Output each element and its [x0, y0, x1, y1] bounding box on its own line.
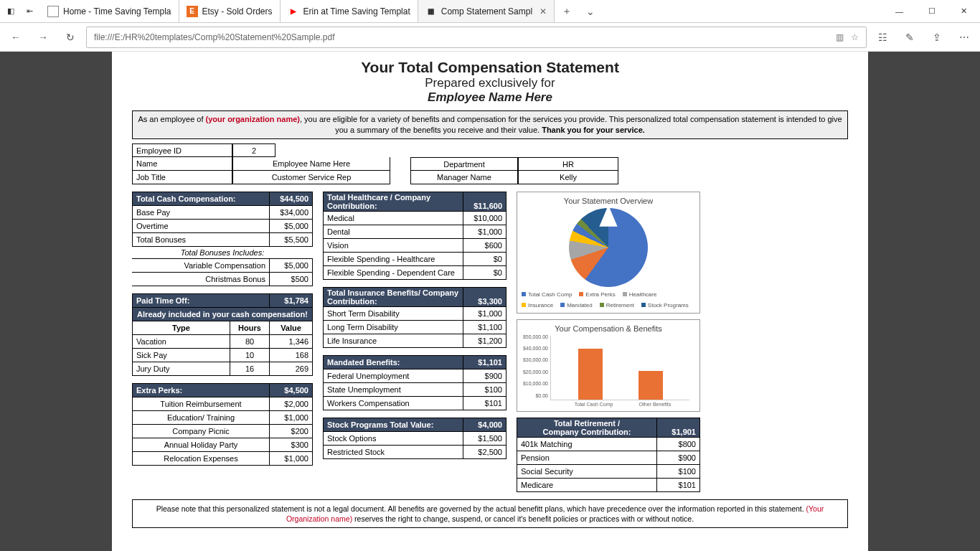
pie-legend: Total Cash Comp Extra Perks Healthcare I… [522, 291, 695, 309]
employee-info-row: Employee ID 2 Name Employee Name Here Jo… [132, 143, 848, 184]
minimize-button[interactable]: — [883, 0, 915, 22]
stock-table: Stock Programs Total Value:$4,000 Stock … [323, 418, 507, 459]
etsy-icon: E [187, 6, 198, 17]
page-gutter-right [868, 52, 980, 551]
refresh-button[interactable]: ↻ [59, 26, 82, 49]
bonus-note: Total Bonuses Includes: [132, 247, 313, 258]
share-icon[interactable]: ⇪ [925, 26, 948, 49]
forward-button[interactable]: → [32, 26, 55, 49]
new-tab-button[interactable]: ＋ [555, 0, 579, 22]
bar-other-benefits [639, 371, 663, 400]
tab-youtube[interactable]: ▶Erin at Time Saving Templat [281, 0, 418, 22]
close-icon[interactable]: ✕ [540, 6, 547, 17]
healthcare-table: Total Healthcare / Company Contribution:… [323, 192, 507, 280]
more-icon[interactable]: ⋯ [953, 26, 976, 49]
name-label: Name [132, 157, 232, 171]
perks-table: Extra Perks:$4,500 Tuition Reimbursement… [132, 383, 313, 466]
footer-disclaimer: Please note that this personalized state… [132, 499, 848, 528]
intro-banner: As an employee of (your organization nam… [132, 110, 848, 139]
window-cascade-icon[interactable]: ◧ [4, 5, 17, 18]
url-field[interactable]: file:///E:/HR%20templates/Comp%20Stateme… [86, 27, 867, 48]
doc-employee-name: Employee Name Here [132, 90, 848, 105]
doc-subtitle: Prepared exclusively for [132, 76, 848, 90]
browser-titlebar: ◧ ⇤ Home - Time Saving Templa EEtsy - So… [0, 0, 980, 23]
emp-id-label: Employee ID [132, 143, 232, 157]
mgr-label: Manager Name [410, 171, 518, 184]
pie-icon [569, 208, 648, 287]
cash-table: Total Cash Compensation:$44,500 Base Pay… [132, 192, 313, 286]
tab-comp-statement[interactable]: ▦Comp Statement Sampl✕ [418, 0, 555, 22]
tab-label: Etsy - Sold Orders [202, 6, 273, 17]
favorite-icon[interactable]: ☆ [851, 32, 859, 42]
window-snap-icon[interactable]: ⇤ [23, 5, 36, 18]
dept-value: HR [518, 157, 618, 171]
tab-etsy[interactable]: EEtsy - Sold Orders [179, 0, 281, 22]
address-bar: ← → ↻ file:///E:/HR%20templates/Comp%20S… [0, 23, 980, 52]
tabs-chevron-icon[interactable]: ⌄ [579, 0, 602, 22]
pdf-viewport: Your Total Compensation Statement Prepar… [0, 52, 980, 551]
reading-view-icon[interactable]: ▥ [836, 32, 844, 42]
notes-icon[interactable]: ✎ [898, 26, 921, 49]
bar-total-cash [578, 349, 603, 400]
maximize-button[interactable]: ☐ [915, 0, 948, 22]
tab-strip: Home - Time Saving Templa EEtsy - Sold O… [40, 0, 883, 22]
overview-pie-chart: Your Statement Overview Total Cash Comp … [517, 192, 700, 314]
youtube-icon: ▶ [288, 6, 299, 17]
mandated-table: Mandated Benefits:$1,101 Federal Unemplo… [323, 355, 507, 410]
job-value: Customer Service Rep [232, 171, 390, 184]
emp-id-value: 2 [232, 143, 275, 157]
pdf-page: Your Total Compensation Statement Prepar… [112, 52, 868, 551]
tab-label: Erin at Time Saving Templat [303, 6, 410, 17]
dept-label: Department [410, 157, 518, 171]
doc-title: Your Total Compensation Statement [132, 59, 848, 76]
comp-bar-chart: Your Compensation & Benefits $50,000.00 … [517, 319, 700, 412]
back-button[interactable]: ← [4, 26, 27, 49]
pto-table: Paid Time Off:$1,784 Already included in… [132, 293, 313, 376]
pdf-icon: ▦ [425, 6, 437, 17]
mgr-value: Kelly [518, 171, 618, 184]
insurance-table: Total Insurance Benefits/ Company Contri… [323, 287, 507, 348]
tab-label: Home - Time Saving Templa [63, 6, 171, 17]
job-label: Job Title [132, 171, 232, 184]
page-gutter-left [0, 52, 112, 551]
retirement-table: Total Retirement /Company Contribution:$… [517, 418, 700, 492]
tab-home[interactable]: Home - Time Saving Templa [40, 0, 179, 22]
tab-label: Comp Statement Sampl [441, 6, 532, 17]
close-button[interactable]: ✕ [948, 0, 980, 22]
url-text: file:///E:/HR%20templates/Comp%20Stateme… [94, 32, 335, 42]
name-value: Employee Name Here [232, 157, 390, 171]
favorites-hub-icon[interactable]: ☷ [871, 26, 894, 49]
